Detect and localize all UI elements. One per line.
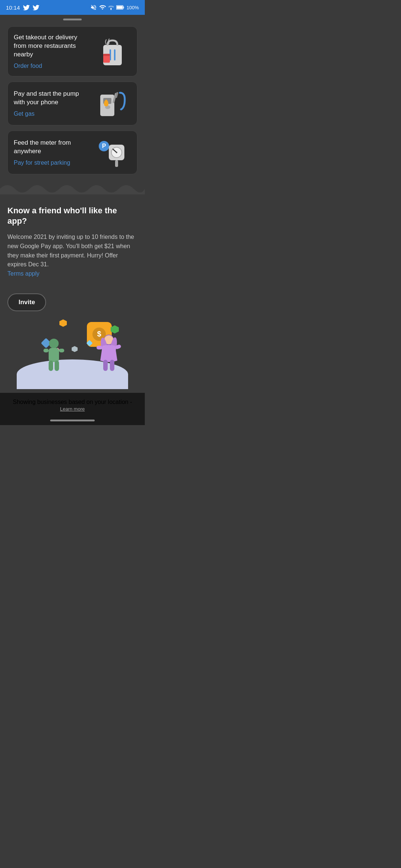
parking-card-text: Feed the meter from anywhere Pay for str… [14, 139, 94, 166]
gas-card-link[interactable]: Get gas [14, 111, 90, 117]
food-card-image [94, 36, 131, 66]
parking-card-image: P [94, 138, 131, 167]
svg-marker-29 [72, 346, 78, 352]
battery-percent: 100% [127, 5, 139, 10]
learn-more-link[interactable]: Learn more [60, 406, 85, 412]
svg-rect-2 [123, 6, 124, 8]
svg-rect-20 [115, 160, 118, 167]
home-indicator [0, 417, 145, 425]
svg-marker-24 [59, 319, 67, 327]
home-bar [50, 420, 95, 421]
wave-separator [0, 180, 145, 194]
referral-heading: Know a friend who'll like the app? [7, 206, 137, 227]
svg-rect-31 [49, 348, 59, 362]
gas-card[interactable]: Pay and start the pump with your phone G… [7, 82, 137, 125]
twitter-icon-2 [33, 5, 39, 10]
svg-rect-0 [110, 8, 111, 10]
referral-section: Know a friend who'll like the app? Welco… [0, 198, 145, 393]
svg-rect-33 [59, 349, 64, 352]
wave-svg [0, 180, 145, 194]
status-left: 10:14 [6, 4, 39, 11]
food-card-text: Get takeout or delivery from more restau… [14, 33, 94, 69]
svg-rect-28 [87, 340, 93, 346]
gas-card-image [94, 89, 131, 118]
time-display: 10:14 [6, 4, 20, 11]
svg-rect-42 [103, 360, 108, 371]
food-illustration [96, 37, 129, 66]
status-bar: 10:14 100% [0, 0, 145, 15]
parking-card-link[interactable]: Pay for street parking [14, 160, 90, 166]
referral-body-text: Welcome 2021 by inviting up to 10 friend… [7, 234, 134, 267]
parking-card-title: Feed the meter from anywhere [14, 139, 90, 156]
svg-marker-25 [111, 325, 119, 333]
svg-rect-6 [114, 49, 115, 60]
green-hex-icon [111, 325, 119, 333]
bottom-bar: Showing businesses based on your locatio… [0, 393, 145, 417]
purple-character [96, 335, 122, 374]
gas-card-title: Pay and start the pump with your phone [14, 90, 90, 107]
footer-separator: - [130, 399, 132, 405]
mute-icon [90, 4, 97, 11]
svg-rect-35 [55, 361, 59, 371]
top-handle [0, 15, 145, 23]
svg-rect-3 [117, 6, 123, 9]
light-blue-diamond-icon [86, 340, 93, 346]
handle-bar [63, 19, 82, 20]
food-card-link[interactable]: Order food [14, 63, 90, 69]
svg-rect-32 [43, 349, 49, 352]
svg-point-30 [49, 339, 59, 348]
twitter-icon-1 [23, 5, 30, 10]
svg-rect-43 [110, 360, 114, 371]
svg-rect-34 [49, 361, 53, 371]
green-character [43, 338, 65, 374]
referral-body: Welcome 2021 by inviting up to 10 friend… [7, 233, 137, 279]
svg-rect-40 [97, 346, 102, 349]
status-right: 100% [90, 4, 139, 11]
gas-illustration [96, 89, 129, 118]
svg-point-19 [116, 152, 117, 153]
wifi-icon [99, 4, 106, 11]
terms-link[interactable]: Terms apply [7, 270, 39, 277]
signal-icon [108, 4, 114, 11]
illustration-area: $ [7, 315, 137, 389]
main-content: Get takeout or delivery from more restau… [0, 23, 145, 174]
svg-text:P: P [102, 143, 106, 149]
footer-text: Showing businesses based on your locatio… [13, 399, 128, 405]
battery-icon [116, 5, 124, 10]
gas-card-text: Pay and start the pump with your phone G… [14, 90, 94, 117]
gray-hex-icon [72, 346, 78, 352]
parking-card[interactable]: Feed the meter from anywhere Pay for str… [7, 131, 137, 174]
small-hex-icon [59, 319, 67, 327]
food-card-title: Get takeout or delivery from more restau… [14, 33, 90, 59]
svg-rect-8 [103, 54, 110, 56]
parking-illustration: P [96, 138, 129, 167]
food-card[interactable]: Get takeout or delivery from more restau… [7, 26, 137, 76]
invite-button[interactable]: Invite [7, 293, 46, 311]
